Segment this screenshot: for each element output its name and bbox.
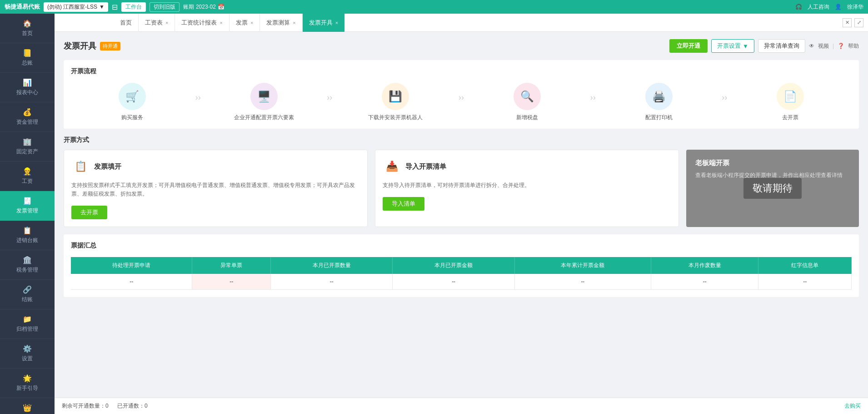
opened-count: 已开通数：0 [117, 403, 148, 409]
summary-cell-3: -- [393, 274, 514, 290]
tab-home[interactable]: 首页 [114, 14, 139, 32]
right-panel: 首页 工资表 × 工资统计报表 × 发票 × 发票测算 × 发票开具 × [55, 14, 868, 414]
methods-section-title: 开票方式 [64, 136, 859, 144]
switch-old-button[interactable]: 切到旧版 [150, 2, 180, 12]
content-area: 发票开具 待开通 立即开通 开票设置 ▼ 异常清单查询 👁 视频 [55, 32, 868, 398]
sidebar-label-ledger: 总账 [22, 59, 33, 67]
vip-icon: 👑 [23, 404, 32, 412]
summary-table: 待处理开票申请 异常单票 本月已开票数量 本月已开票金额 本年累计开票金额 本月… [71, 257, 852, 290]
open-settings-button[interactable]: 开票设置 ▼ [711, 39, 754, 53]
guide-icon: 🌟 [23, 374, 32, 383]
sidebar-item-ledger[interactable]: 📒 总账 [0, 43, 55, 73]
period-label: 账期 [183, 3, 194, 11]
sidebar-label-tax: 税务管理 [16, 266, 38, 274]
restore-button[interactable]: ⤢ [854, 18, 863, 27]
help-label[interactable]: 帮助 [848, 42, 859, 50]
tab-invoice-issue-label: 发票开具 [309, 19, 333, 27]
top-bar-left: 畅捷通易代账 (勿动) 江西服室-LSS ▼ ⊟ 工作台 切到旧版 账期 202… [5, 2, 224, 12]
sidebar-item-invoice[interactable]: 🧾 发票管理 [0, 191, 55, 221]
sidebar-item-salary[interactable]: 👷 工资 [0, 162, 55, 191]
funds-icon: 💰 [23, 108, 32, 116]
method-card-manual: 📋 发票填开 支持按照发票样式手工填充开发票；可开具增值税电子普通发票、增值税普… [64, 150, 368, 227]
issue-icon: 📄 [777, 83, 804, 110]
tab-salary-close[interactable]: × [165, 20, 168, 25]
user-avatar-icon: 👤 [835, 4, 842, 10]
download-icon: 💾 [382, 83, 409, 110]
sidebar-item-tax[interactable]: 🏛️ 税务管理 [0, 250, 55, 280]
username-label[interactable]: 徐泽华 [847, 3, 863, 11]
sidebar-item-reports[interactable]: 📊 报表中心 [0, 73, 55, 102]
manual-issue-button[interactable]: 去开票 [71, 206, 107, 219]
copy-icon[interactable]: ⊟ [112, 3, 118, 11]
method-manual-title: 发票填开 [94, 162, 121, 171]
tab-invoice[interactable]: 发票 × [229, 14, 260, 32]
config-icon: 🖥️ [250, 83, 278, 110]
tab-invoice-calc-close[interactable]: × [293, 20, 295, 25]
sidebar-item-close-account[interactable]: 🔗 结账 [0, 280, 55, 309]
bottom-info: 剩余可开通数量：0 已开通数：0 [62, 402, 148, 410]
close-all-button[interactable]: ✕ [843, 18, 852, 27]
sidebar-item-assets[interactable]: 🏢 固定资产 [0, 132, 55, 162]
help-icon: ❓ [838, 43, 844, 49]
support-label[interactable]: 人工咨询 [808, 3, 829, 11]
buy-service-icon: 🛒 [119, 83, 146, 110]
summary-section: 票据汇总 待处理开票申请 异常单票 本月已开票数量 本月已开票金额 本年累计开票… [64, 234, 859, 297]
sidebar-item-home[interactable]: 🏠 首页 [0, 14, 55, 43]
flow-steps: 🛒 购买服务 ›› 🖥️ 企业开通配置开票六要素 ›› 💾 下载并安装开票机器人 [71, 83, 852, 121]
abnormal-query-button[interactable]: 异常清单查询 [758, 39, 805, 53]
manual-icon: 📋 [71, 157, 90, 176]
col-header-1: 异常单票 [192, 257, 271, 274]
coming-soon-badge: 敬请期待 [743, 178, 802, 199]
top-bar: 畅捷通易代账 (勿动) 江西服室-LSS ▼ ⊟ 工作台 切到旧版 账期 202… [0, 0, 868, 14]
dropdown-icon: ▼ [743, 43, 748, 50]
tab-salary-report-close[interactable]: × [219, 20, 222, 25]
divider: | [833, 43, 834, 49]
summary-cell-0: -- [71, 274, 192, 290]
sidebar-label-salary: 工资 [22, 177, 33, 185]
salary-icon: 👷 [23, 167, 32, 176]
sidebar-item-settings[interactable]: ⚙️ 设置 [0, 339, 55, 369]
sidebar-label-reports: 报表中心 [16, 89, 38, 96]
remaining-quota: 剩余可开通数量：0 [62, 403, 109, 409]
tab-invoice-calc[interactable]: 发票测算 × [260, 14, 302, 32]
tab-invoice-issue-close[interactable]: × [335, 20, 338, 25]
sidebar-label-assets: 固定资产 [16, 148, 38, 156]
tab-salary[interactable]: 工资表 × [139, 14, 175, 32]
home-icon: 🏠 [23, 19, 32, 28]
import-icon: 📥 [383, 157, 401, 176]
view-controls: 👁 视频 | ❓ 帮助 [809, 42, 859, 50]
sidebar-item-vip[interactable]: 👑 畅会员 [0, 398, 55, 414]
method-boss-title: 老板端开票 [695, 159, 850, 167]
sidebar-item-archive[interactable]: 📁 归档管理 [0, 309, 55, 339]
sidebar-label-funds: 资金管理 [16, 118, 38, 126]
settings-icon: ⚙️ [23, 344, 32, 353]
main-layout: 🏠 首页 📒 总账 📊 报表中心 💰 资金管理 🏢 固定资产 👷 工资 🧾 发票… [0, 14, 868, 414]
flow-arrow-4: ›› [590, 93, 596, 102]
archive-icon: 📁 [23, 315, 32, 323]
printer-label: 配置打印机 [645, 114, 673, 121]
sidebar-item-guide[interactable]: 🌟 新手引导 [0, 369, 55, 398]
open-settings-label: 开票设置 [717, 42, 741, 50]
close-account-icon: 🔗 [23, 285, 32, 294]
flow-step-printer: 🖨️ 配置打印机 [598, 83, 720, 121]
col-header-3: 本月已开票金额 [393, 257, 514, 274]
calendar-icon[interactable]: 📅 [218, 4, 224, 10]
tab-salary-report[interactable]: 工资统计报表 × [175, 14, 229, 32]
sidebar-item-funds[interactable]: 💰 资金管理 [0, 102, 55, 132]
dropdown-arrow-icon: ▼ [99, 4, 105, 10]
view-label[interactable]: 视频 [818, 42, 829, 50]
open-now-button[interactable]: 立即开通 [669, 39, 708, 53]
buy-link[interactable]: 去购买 [844, 402, 861, 410]
purchase-sales-icon: 📋 [23, 226, 32, 235]
period-value: 2023-02 [196, 4, 216, 10]
tab-invoice-close[interactable]: × [250, 20, 253, 25]
printer-icon: 🖨️ [645, 83, 673, 110]
company-selector[interactable]: (勿动) 江西服室-LSS ▼ [44, 2, 108, 12]
ledger-icon: 📒 [23, 49, 32, 57]
workbench-button[interactable]: 工作台 [121, 2, 146, 12]
tab-invoice-issue[interactable]: 发票开具 × [303, 14, 345, 32]
status-badge: 待开通 [100, 42, 120, 50]
sidebar-item-purchase-sales[interactable]: 📋 进销台账 [0, 221, 55, 250]
content-inner: 发票开具 待开通 立即开通 开票设置 ▼ 异常清单查询 👁 视频 [55, 32, 868, 312]
import-list-button[interactable]: 导入清单 [383, 197, 424, 211]
